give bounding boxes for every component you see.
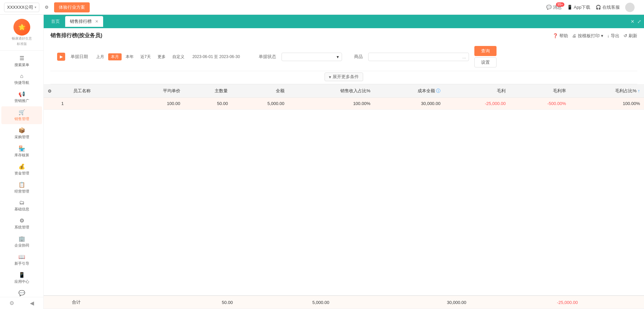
sidebar-item-shortcuts[interactable]: ⌂ 快捷导航 xyxy=(1,70,42,88)
purchase-icon: 📦 xyxy=(18,127,25,134)
headset-icon: 🎧 xyxy=(596,5,601,10)
marketing-icon: 📢 xyxy=(18,91,25,97)
sidebar-item-label: 新手引导 xyxy=(14,261,29,266)
company-name: XXXXXX公司 xyxy=(7,4,33,10)
tab-window-buttons: ✕ ⤢ xyxy=(631,19,641,24)
date-tab-custom[interactable]: 自定义 xyxy=(170,53,187,60)
table-row: 1 100.00 50.00 5,000.00 100.00% 30,000.0… xyxy=(44,98,644,110)
filter-settings-button[interactable]: 设置 xyxy=(474,57,497,67)
sidebar-item-basic[interactable]: 🗂 基础信息 xyxy=(1,197,42,214)
tab-restore-icon[interactable]: ⤢ xyxy=(637,19,641,24)
table-body: 1 100.00 50.00 5,000.00 100.00% 30,000.0… xyxy=(44,98,644,110)
sidebar-item-inventory[interactable]: 🏪 库存核算 xyxy=(1,143,42,160)
sidebar-settings-icon[interactable]: ⚙ xyxy=(9,300,14,306)
company-selector[interactable]: XXXXXX公司 ▾ xyxy=(4,3,39,12)
goods-more-icon: ... xyxy=(462,54,466,59)
summary-avg-price-col xyxy=(133,296,164,309)
query-button[interactable]: 查询 xyxy=(474,46,497,56)
refresh-button[interactable]: ↺ 刷新 xyxy=(624,33,637,39)
logo-line1: 畅康通好生意 xyxy=(12,36,32,41)
finance-icon: 💰 xyxy=(18,163,25,170)
col-gross-rate: 毛利率 xyxy=(510,85,570,98)
sidebar-item-label: 搜索菜单 xyxy=(14,62,29,67)
sidebar-item-search[interactable]: ☰ 搜索菜单 xyxy=(1,52,42,70)
sidebar-item-label: 销售管理 xyxy=(14,116,29,121)
goods-input[interactable]: ... xyxy=(368,53,469,61)
header-actions: ❓ 帮助 🖨 按模板打印 ▾ ↓ 导出 ↺ xyxy=(553,33,638,39)
main-layout: 🌟 畅康通好生意 标准版 ☰ 搜索菜单 ⌂ 快捷导航 📢 营销推广 🛒 销售管理 xyxy=(0,15,644,309)
expand-conditions-button[interactable]: ▾ 展开更多条件 xyxy=(325,72,363,81)
table-head: ⚙ 员工名称 平均单价 主数量 全额 销售收入占比% 成本全额 ⓘ 毛利 毛利率 xyxy=(44,85,644,98)
col-settings[interactable]: ⚙ xyxy=(44,85,56,98)
tab-close-window-icon[interactable]: ✕ xyxy=(631,19,635,24)
chevron-down-icon: ▾ xyxy=(35,5,36,9)
page-header: 销售排行榜(按业务员) ❓ 帮助 🖨 按模板打印 ▾ ↓ xyxy=(44,28,644,85)
export-button[interactable]: ↓ 导出 xyxy=(607,33,620,39)
summary-label: 合计 xyxy=(68,296,133,309)
summary-amount: 5,000.00 xyxy=(237,296,333,309)
online-service-button[interactable]: 🎧 在线客服 xyxy=(596,4,620,10)
date-tab-more[interactable]: 更多 xyxy=(155,53,168,60)
sidebar-item-system[interactable]: ⚙ 系统管理 xyxy=(1,215,42,233)
status-chevron-icon: ▾ xyxy=(337,54,339,59)
page-content: 销售排行榜(按业务员) ❓ 帮助 🖨 按模板打印 ▾ ↓ xyxy=(44,28,644,309)
col-sales-pct: 销售收入占比% xyxy=(289,85,375,98)
row-gross: -25,000.00 xyxy=(444,98,510,110)
sidebar-item-guide[interactable]: 📖 新手引导 xyxy=(1,251,42,269)
wechat-icon: 💬 xyxy=(18,290,25,296)
col-gross: 毛利 xyxy=(444,85,510,98)
sidebar-item-wechat[interactable]: 💬 企业微信 xyxy=(1,287,42,297)
message-button[interactable]: 💬 消息 99+ xyxy=(546,4,562,10)
sidebar-item-operations[interactable]: 📋 经营管理 xyxy=(1,179,42,197)
avatar[interactable] xyxy=(625,3,635,12)
summary-gross: -25,000.00 xyxy=(470,296,582,309)
status-select[interactable]: ▾ xyxy=(282,53,342,61)
table-wrapper[interactable]: ⚙ 员工名称 平均单价 主数量 全额 销售收入占比% 成本全额 ⓘ 毛利 毛利率 xyxy=(44,85,644,295)
cost-info-icon[interactable]: ⓘ xyxy=(436,88,440,93)
tab-close-icon[interactable]: ✕ xyxy=(95,19,98,24)
app-download-button[interactable]: 📱 App下载 xyxy=(567,4,590,10)
home-icon: ⌂ xyxy=(20,73,24,79)
col-amount: 全额 xyxy=(232,85,288,98)
summary-row: 合计 50.00 5,000.00 30,000.00 -25,000.00 xyxy=(44,296,644,309)
expand-bar: ▾ 展开更多条件 xyxy=(50,71,637,84)
date-tab-this-year[interactable]: 本年 xyxy=(123,53,136,60)
date-tabs: 上月 本月 本年 近7天 更多 自定义 xyxy=(93,53,187,60)
help-button[interactable]: ❓ 帮助 xyxy=(553,33,568,39)
row-gross-rate: -500.00% xyxy=(510,98,570,110)
logo-line2: 标准版 xyxy=(17,42,27,46)
sidebar-item-label: 库存核算 xyxy=(14,153,29,158)
tab-sales-rank[interactable]: 销售排行榜 ✕ xyxy=(65,16,103,27)
row-settings-col xyxy=(44,98,56,110)
summary-cost: 30,000.00 xyxy=(364,296,470,309)
basic-icon: 🗂 xyxy=(19,200,25,206)
sidebar-footer: ⚙ ◀ xyxy=(0,297,43,309)
date-tab-last-month[interactable]: 上月 xyxy=(93,53,107,60)
row-avg-price: 100.00 xyxy=(127,98,184,110)
tab-home[interactable]: 首页 xyxy=(46,16,65,27)
sidebar-item-enterprise[interactable]: 🏢 企业协同 xyxy=(1,233,42,251)
date-tab-7days[interactable]: 近7天 xyxy=(138,53,154,60)
date-label: 单据日期 xyxy=(71,54,88,60)
trial-button[interactable]: 体验行业方案 xyxy=(54,2,90,12)
sidebar-item-marketing[interactable]: 📢 营销推广 xyxy=(1,88,42,106)
sidebar-collapse-icon[interactable]: ◀ xyxy=(30,300,34,306)
row-sales-pct: 100.00% xyxy=(289,98,375,110)
message-badge: 99+ xyxy=(556,2,564,7)
sidebar-item-apps[interactable]: 📱 应用中心 xyxy=(1,269,42,287)
sidebar-item-purchase[interactable]: 📦 采购管理 xyxy=(1,124,42,142)
sidebar-item-sales[interactable]: 🛒 销售管理 xyxy=(1,106,42,124)
sidebar-item-finance[interactable]: 💰 资金管理 xyxy=(1,161,42,178)
logo-image: 🌟 xyxy=(13,19,30,36)
settings-icon[interactable]: ⚙ xyxy=(42,3,51,12)
top-right-area: 💬 消息 99+ 📱 App下载 🎧 在线客服 xyxy=(546,3,640,12)
print-chevron-icon: ▾ xyxy=(601,33,603,38)
sidebar-item-label: 应用中心 xyxy=(14,279,29,284)
apps-icon: 📱 xyxy=(18,272,25,278)
date-tab-this-month[interactable]: 本月 xyxy=(108,53,122,60)
sidebar-logo: 🌟 畅康通好生意 标准版 xyxy=(0,15,43,51)
sidebar-item-label: 经营管理 xyxy=(14,189,29,194)
print-button[interactable]: 🖨 按模板打印 ▾ xyxy=(572,33,603,39)
sidebar-item-label: 采购管理 xyxy=(14,135,29,140)
filter-expand-icon-btn[interactable]: ▶ xyxy=(57,53,65,61)
